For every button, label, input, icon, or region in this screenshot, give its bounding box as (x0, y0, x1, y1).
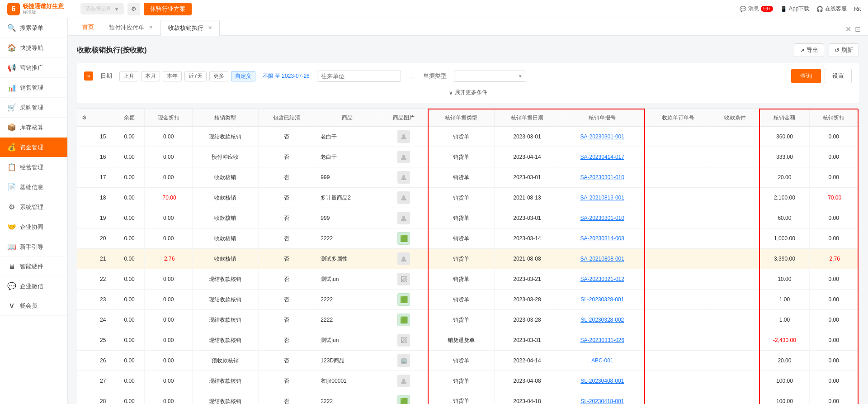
cell-cash-discount: 0.00 (145, 351, 193, 371)
table-row: 22 0.00 0.00 现结收款核销 否 测试jun 🖼 销货单 2023-0… (77, 269, 858, 290)
cell-cash-discount: 0.00 (145, 330, 193, 351)
sidebar-item-wechat[interactable]: 💬 企业微信 (0, 276, 67, 296)
cell-cancel-amount: 1.00 (760, 310, 810, 330)
sidebar-item-operations[interactable]: 📋 经营管理 (0, 157, 67, 177)
cell-cancel-bill-no[interactable]: SA-20230301-001 (560, 127, 645, 147)
export-btn[interactable]: ↗ 导出 (794, 43, 824, 57)
tab-prepay-close[interactable]: ✕ (149, 24, 153, 30)
cell-row-num: 22 (92, 269, 114, 290)
enterprise-icon: 🤝 (7, 223, 16, 231)
cell-cancel-bill-no[interactable]: SL-20230418-001 (560, 391, 645, 404)
filter-expand-btn[interactable]: » (84, 71, 93, 81)
cell-receipt-condition (711, 330, 760, 351)
bill-type-select-wrapper (454, 71, 526, 82)
cell-include-settled: 否 (258, 188, 315, 208)
sidebar-item-finance[interactable]: 💰 资金管理 (0, 138, 67, 157)
cell-cancel-bill-no[interactable]: ABC-001 (560, 351, 645, 371)
cell-cancel-bill-no[interactable]: SA-20230414-017 (560, 147, 645, 167)
cell-cancel-bill-no[interactable]: SA-20230314-008 (560, 228, 645, 249)
refresh-label: 刷新 (841, 46, 853, 54)
cell-cancel-type: 收款核销 (193, 167, 258, 188)
cell-cancel-bill-no[interactable]: SA-20210813-001 (560, 188, 645, 208)
sidebar-item-enterprise[interactable]: 🤝 企业协同 (0, 217, 67, 237)
close-window-icon[interactable]: ✕ (845, 25, 851, 33)
sidebar-item-finance-label: 资金管理 (20, 143, 43, 152)
cell-gear (77, 290, 92, 310)
sidebar-item-marketing[interactable]: 📢 营销推广 (0, 58, 67, 78)
app-download-area[interactable]: 📱 App下载 (780, 5, 809, 13)
query-btn[interactable]: 查询 (791, 69, 821, 83)
settings-gear-btn[interactable]: ⚙ (127, 3, 140, 15)
sidebar-item-member[interactable]: V 畅会员 (0, 296, 67, 316)
cell-cancel-bill-no[interactable]: SA-20230321-012 (560, 269, 645, 290)
col-gear[interactable]: ⚙ (77, 109, 92, 127)
cell-gear (77, 269, 92, 290)
sidebar-item-search[interactable]: 🔍 搜索菜单 (0, 18, 67, 38)
tab-receipt-label: 收款核销执行 (168, 24, 203, 32)
cell-cancel-bill-type: 销货单 (428, 310, 494, 330)
maximize-icon[interactable]: ⊡ (855, 25, 861, 33)
cell-cancel-bill-no[interactable]: SA-20210808-001 (560, 249, 645, 269)
cell-gear (77, 228, 92, 249)
company-selector[interactable]: 请选择公司 ▼ (80, 3, 124, 14)
date-btn-more[interactable]: 更多 (209, 71, 228, 81)
setting-btn[interactable]: 设置 (825, 69, 852, 83)
counterpart-dots: ... (408, 73, 416, 80)
sidebar-item-guide[interactable]: 📖 新手引导 (0, 237, 67, 257)
col-receipt-order-no: 收款单订单号 (645, 109, 711, 127)
cell-cancel-bill-no[interactable]: SL-20230328-001 (560, 290, 645, 310)
tab-receipt-close[interactable]: ✕ (208, 25, 212, 31)
cell-cash-discount: 0.00 (145, 391, 193, 404)
cell-receipt-order-no (645, 127, 711, 147)
cell-cancel-bill-no[interactable]: SL-20230408-001 (560, 371, 645, 391)
date-custom-badge[interactable]: 自定义 (231, 71, 255, 81)
cell-receipt-order-no (645, 351, 711, 371)
cell-cancel-amount: 333.00 (760, 147, 810, 167)
counterpart-input[interactable] (317, 71, 401, 82)
cell-cancel-discount: 0.00 (810, 147, 858, 167)
user-name: Rit (854, 6, 861, 12)
date-btn-7days[interactable]: 近7天 (184, 71, 207, 81)
cell-cancel-discount: 0.00 (810, 167, 858, 188)
table-row: 25 0.00 0.00 现结收款核销 否 测试jun 🖼 销货退货单 2023… (77, 330, 858, 351)
message-area[interactable]: 💬 消息 99+ (740, 5, 773, 13)
tab-prepay[interactable]: 预付冲应付单 ✕ (101, 19, 160, 35)
tab-home[interactable]: 首页 (75, 19, 101, 35)
date-btn-last-month[interactable]: 上月 (119, 71, 138, 81)
col-receipt-condition: 收款条件 (711, 109, 760, 127)
cell-cancel-bill-no[interactable]: SA-20230301-010 (560, 167, 645, 188)
cell-cancel-bill-no[interactable]: SA-20230331-026 (560, 330, 645, 351)
sidebar-item-shortcut[interactable]: 🏠 快捷导航 (0, 38, 67, 58)
sidebar-item-inventory[interactable]: 📦 库存核算 (0, 118, 67, 138)
cell-cancel-bill-type: 销货单 (428, 188, 494, 208)
refresh-btn[interactable]: ↺ 刷新 (829, 43, 859, 57)
bill-type-select[interactable] (454, 71, 526, 82)
cell-include-settled: 否 (258, 330, 315, 351)
col-cash-discount: 现金折扣 (145, 109, 193, 127)
cell-cancel-bill-no[interactable]: SA-20230301-010 (560, 208, 645, 228)
table-scroll[interactable]: ⚙ 余额 现金折扣 核销类型 包含已结清 商品 商品图片 核销单据类型 核销单据… (77, 109, 859, 404)
cell-cancel-bill-no[interactable]: SL-20230328-002 (560, 310, 645, 330)
sidebar-item-basic[interactable]: 📄 基础信息 (0, 177, 67, 197)
cell-cancel-amount: 20.00 (760, 167, 810, 188)
table-row: 27 0.00 0.00 现结收款核销 否 衣服00001 销货单 2023-0… (77, 371, 858, 391)
cell-receipt-order-no (645, 391, 711, 404)
sidebar-item-purchase[interactable]: 🛒 采购管理 (0, 98, 67, 118)
cell-cancel-bill-date: 2023-03-01 (494, 127, 560, 147)
sidebar-item-sales[interactable]: 📊 销售管理 (0, 78, 67, 98)
expand-more-row[interactable]: ∨ 展开更多条件 (84, 88, 852, 97)
date-btn-this-year[interactable]: 本年 (163, 71, 182, 81)
sidebar-item-system[interactable]: ⚙ 系统管理 (0, 197, 67, 217)
industry-btn[interactable]: 休验行业方案 (144, 3, 192, 15)
guide-icon: 📖 (7, 242, 16, 251)
online-service-area[interactable]: 🎧 在线客服 (816, 5, 847, 13)
sidebar-item-hardware[interactable]: 🖥 智能硬件 (0, 257, 67, 276)
cell-goods: 老白干 (315, 147, 380, 167)
cell-cancel-discount: 0.00 (810, 371, 858, 391)
date-btn-this-month[interactable]: 本月 (141, 71, 160, 81)
cell-row-num: 25 (92, 330, 114, 351)
cell-balance: 0.00 (114, 330, 145, 351)
cell-cancel-amount: -2,430.00 (760, 330, 810, 351)
cell-cancel-type: 收款核销 (193, 188, 258, 208)
tab-receipt[interactable]: 收款核销执行 ✕ (160, 20, 220, 36)
